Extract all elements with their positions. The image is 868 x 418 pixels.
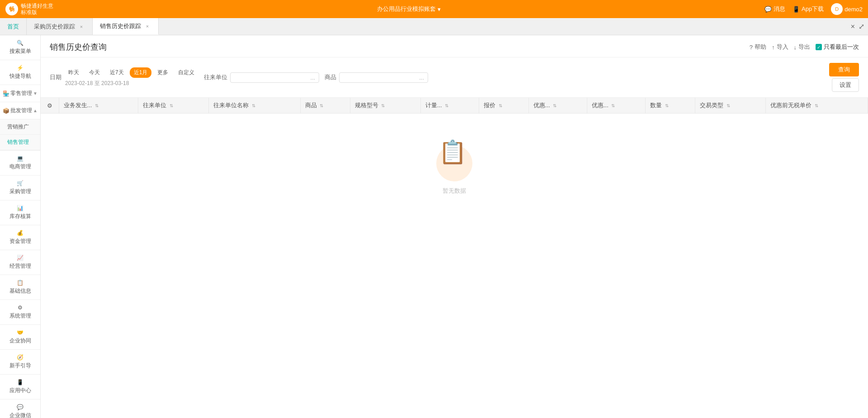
page-title: 销售历史价查询 [50,42,107,52]
shortcuts-icon: ⚡ [17,65,24,71]
maximize-btn[interactable]: ⤢ [859,22,864,31]
col-discount2[interactable]: 优惠... ⇅ [587,98,645,114]
sidebar-item-enterprise[interactable]: 🤝 企业协同 [0,325,40,350]
avatar: D [831,3,843,15]
sort-spec-icon: ⇅ [381,103,385,108]
date-btn-1month[interactable]: 近1月 [130,67,152,78]
date-btn-today[interactable]: 今天 [85,67,104,78]
only-last-checkbox[interactable]: ✓ [816,44,822,50]
page-actions: ? 帮助 ↑ 导入 ↓ 导出 ✓ 只看最后一次 [750,43,859,51]
page-header: 销售历史价查询 ? 帮助 ↑ 导入 ↓ 导出 ✓ 只 [41,35,868,57]
product-input[interactable] [343,74,419,81]
main-content: 销售历史价查询 ? 帮助 ↑ 导入 ↓ 导出 ✓ 只 [41,35,868,418]
export-btn[interactable]: ↓ 导出 [794,43,811,51]
tab-purchase-history-close[interactable]: × [78,23,85,30]
data-table: ⚙ 业务发生... ⇅ 往来单位 ⇅ 往来单位名称 [41,98,868,114]
import-icon: ↑ [772,44,775,51]
sort-partner-code-icon: ⇅ [170,103,173,108]
col-product[interactable]: 商品 ⇅ [300,98,350,114]
date-btn-more[interactable]: 更多 [153,67,172,78]
partner-input[interactable] [234,74,310,81]
date-btn-yesterday[interactable]: 昨天 [64,67,83,78]
export-icon: ↓ [794,44,797,51]
retail-arrow-icon: ▼ [33,91,38,96]
tab-sales-history-close[interactable]: × [144,23,151,30]
import-btn[interactable]: ↑ 导入 [772,43,788,51]
sidebar-item-guide[interactable]: 🧭 新手引导 [0,350,40,375]
sort-partner-name-icon: ⇅ [252,103,255,108]
ecommerce-icon: 💻 [17,155,24,162]
date-range-display: 2023-02-18 至 2023-03-18 [64,80,198,87]
user-menu[interactable]: D demo2 [831,3,863,15]
sidebar-item-system[interactable]: ⚙ 系统管理 [0,300,40,325]
table-wrap: ⚙ 业务发生... ⇅ 往来单位 ⇅ 往来单位名称 [41,98,868,418]
message-btn[interactable]: 💬 消息 [764,5,785,13]
retail-icon: 🏪 [3,90,9,97]
sidebar-item-wholesale[interactable]: 📦 批发管理 ▲ [0,102,40,119]
product-filter-group: 商品 ... [325,72,428,83]
empty-text: 暂无数据 [443,187,466,195]
sidebar-item-apps[interactable]: 📱 应用中心 [0,375,40,399]
date-btn-custom[interactable]: 自定义 [174,67,198,78]
product-label: 商品 [325,73,336,81]
wholesale-arrow-icon: ▲ [33,108,38,113]
basic-icon: 📋 [17,280,24,286]
sort-trade-type-icon: ⇅ [726,103,730,108]
sidebar-sub-item-sales-mgmt[interactable]: 销售管理 [0,135,40,150]
finance-icon: 💰 [17,230,24,236]
partner-dots-btn[interactable]: ... [310,74,315,81]
help-btn[interactable]: ? 帮助 [750,43,766,51]
sidebar-item-operation[interactable]: 📈 经营管理 [0,250,40,275]
sidebar-item-inventory[interactable]: 📊 库存核算 [0,200,40,225]
close-all-tabs-btn[interactable]: × [851,23,855,31]
sidebar-sub-item-marketing[interactable]: 营销推广 [0,119,40,135]
only-last-checkbox-label[interactable]: ✓ 只看最后一次 [816,43,859,51]
tab-purchase-history[interactable]: 采购历史价跟踪 × [27,18,93,35]
col-price[interactable]: 报价 ⇅ [479,98,528,114]
col-partner-name[interactable]: 往来单位名称 ⇅ [209,98,301,114]
sidebar-item-shortcuts[interactable]: ⚡ 快捷导航 [0,60,40,85]
product-dots-btn[interactable]: ... [419,74,424,81]
sidebar-item-basic[interactable]: 📋 基础信息 [0,275,40,300]
inventory-icon: 📊 [17,205,24,211]
query-button[interactable]: 查询 [829,63,859,76]
date-label: 日期 [50,73,61,81]
topbar-left: 畅 畅捷通好生意 标准版 [5,3,53,16]
sidebar-item-retail[interactable]: 🏪 零售管理 ▼ [0,85,40,102]
tab-sales-history[interactable]: 销售历史价跟踪 × [93,18,159,35]
guide-icon: 🧭 [17,354,24,361]
chevron-down-icon: ▾ [438,6,441,13]
empty-state: 📋 暂无数据 [41,114,868,222]
sidebar-item-purchase[interactable]: 🛒 采购管理 [0,176,40,200]
sidebar-item-search[interactable]: 🔍 搜索菜单 [0,35,40,60]
message-icon: 💬 [764,6,772,13]
app-download-btn[interactable]: 📱 App下载 [793,5,824,13]
sort-quantity-icon: ⇅ [665,103,669,108]
col-unit[interactable]: 计量... ⇅ [420,98,479,114]
col-discount1[interactable]: 优惠... ⇅ [528,98,587,114]
setting-button[interactable]: 设置 [832,78,859,92]
partner-label: 往来单位 [204,73,227,81]
col-quantity[interactable]: 数量 ⇅ [646,98,695,114]
partner-input-wrap: ... [230,72,319,83]
col-gear[interactable]: ⚙ [41,98,59,114]
sort-biz-date-icon: ⇅ [95,103,99,108]
topbar-center: 办公用品行业模拟账套 ▾ [377,5,441,13]
gear-icon[interactable]: ⚙ [47,102,52,109]
sidebar-item-finance[interactable]: 💰 资金管理 [0,225,40,250]
date-filter-group: 日期 昨天 今天 近7天 近1月 更多 自定义 2023-02-18 至 202… [50,67,198,87]
col-biz-date[interactable]: 业务发生... ⇅ [59,98,138,114]
workspace-selector[interactable]: 办公用品行业模拟账套 ▾ [377,5,441,13]
date-btn-7days[interactable]: 近7天 [106,67,128,78]
sidebar-item-ecommerce[interactable]: 💻 电商管理 [0,151,40,176]
sort-discount1-icon: ⇅ [553,103,557,108]
wholesale-icon: 📦 [3,108,9,114]
col-trade-type[interactable]: 交易类型 ⇅ [695,98,765,114]
col-spec[interactable]: 规格型号 ⇅ [350,98,420,114]
col-partner-code[interactable]: 往来单位 ⇅ [138,98,209,114]
tab-home[interactable]: 首页 [0,18,27,35]
empty-icon-main: 📋 [439,141,467,163]
sidebar-item-wechat[interactable]: 💬 企业微信 [0,399,40,418]
sort-pre-tax-price-icon: ⇅ [815,103,818,108]
col-pre-tax-price[interactable]: 优惠前无税单价 ⇅ [766,98,868,114]
